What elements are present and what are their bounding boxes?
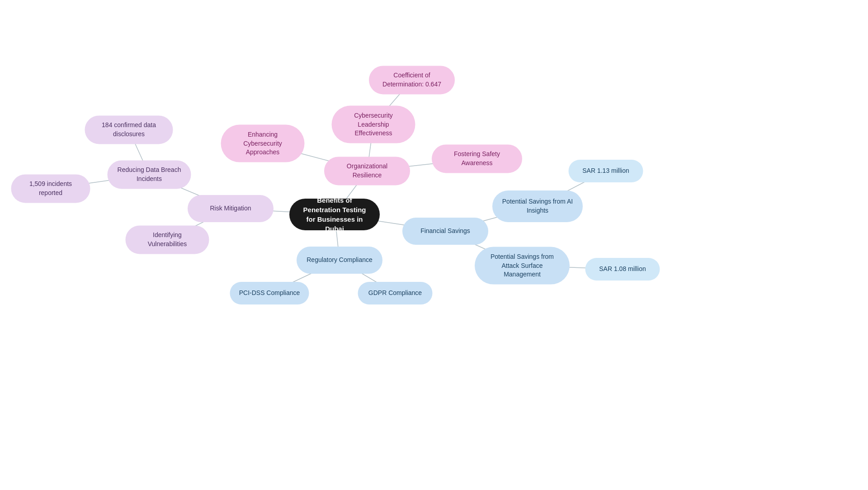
center-node: Benefits of Penetration Testing for Busi… [289, 199, 380, 230]
fostering-safety-node: Fostering Safety Awareness [432, 144, 522, 173]
cybersecurity-leadership-node: Cybersecurity Leadership Effectiveness [332, 106, 415, 143]
organizational-resilience-node: Organizational Resilience [324, 157, 410, 185]
pci-dss-node: PCI-DSS Compliance [230, 282, 309, 304]
regulatory-compliance-node: Regulatory Compliance [297, 247, 382, 274]
confirmed-data-node: 184 confirmed data disclosures [85, 115, 173, 144]
potential-savings-attack-node: Potential Savings from Attack Surface Ma… [475, 247, 570, 285]
gdpr-node: GDPR Compliance [358, 282, 433, 304]
coefficient-node: Coefficient of Determination: 0.647 [369, 66, 455, 94]
enhancing-cybersecurity-node: Enhancing Cybersecurity Approaches [221, 125, 305, 162]
financial-savings-node: Financial Savings [402, 218, 488, 245]
risk-mitigation-node: Risk Mitigation [188, 195, 274, 222]
potential-savings-ai-node: Potential Savings from AI Insights [492, 190, 583, 222]
sar-108-node: SAR 1.08 million [585, 258, 660, 281]
sar-113-node: SAR 1.13 million [569, 160, 643, 182]
reducing-data-breach-node: Reducing Data Breach Incidents [108, 160, 191, 189]
identifying-vulnerabilities-node: Identifying Vulnerabilities [126, 225, 209, 254]
incidents-reported-node: 1,509 incidents reported [11, 174, 90, 203]
